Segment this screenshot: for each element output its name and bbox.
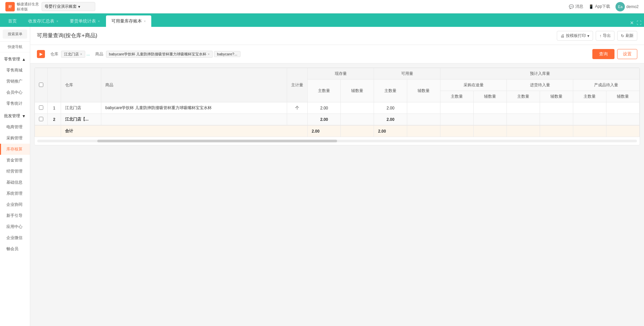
nav-tabs: 首页 收发存汇总表 × 要货单统计表 × 可用量库存账本 × ✕ ⛶ bbox=[0, 13, 644, 27]
sidebar-group-wholesale[interactable]: 批发管理 ▼ bbox=[0, 110, 30, 122]
footer-stock-sub bbox=[341, 125, 374, 137]
th-inc-main: 主数量 bbox=[507, 91, 540, 102]
sidebar-item-retail-stats[interactable]: 零售统计 bbox=[0, 98, 30, 109]
export-button[interactable]: ↑ 导出 bbox=[596, 31, 614, 41]
table-row: 1 江北门店 babycare学饮杯 儿童防摔防撞吸管杯重力球吸嘴杯宝宝水杯 个… bbox=[35, 102, 640, 114]
row-avail-main-cell: 2.00 bbox=[374, 114, 407, 126]
app-download-icon: 📱 bbox=[589, 4, 594, 9]
row-checkbox-cell[interactable] bbox=[35, 102, 48, 114]
sidebar-item-guide[interactable]: 新手引导 bbox=[0, 210, 30, 221]
more-dots[interactable]: ... bbox=[87, 52, 90, 56]
row-avail-sub-cell bbox=[407, 114, 440, 126]
th-warehouse: 仓库 bbox=[61, 68, 101, 102]
query-button[interactable]: 查询 bbox=[592, 49, 614, 59]
window-close-icon[interactable]: ✕ bbox=[630, 20, 634, 26]
sidebar-item-member[interactable]: 畅会员 bbox=[0, 243, 30, 254]
row-pur-sub-cell bbox=[474, 114, 507, 126]
template-print-button[interactable]: 🖨 按模板打印 ▾ bbox=[557, 31, 593, 41]
footer-pur-main bbox=[440, 125, 474, 137]
chevron-down-icon: ▾ bbox=[587, 34, 589, 38]
search-menu-button[interactable]: 搜索菜单 bbox=[3, 30, 27, 39]
sidebar-item-wechat[interactable]: 企业微信 bbox=[0, 232, 30, 243]
warehouse-tag-0[interactable]: 江北门店 × bbox=[61, 51, 85, 58]
row-stock-main-cell: 2.00 bbox=[308, 114, 341, 126]
product-tag-0[interactable]: babycare学饮杯 儿童防摔防撞吸管杯重力球吸嘴杯宝宝水杯 × bbox=[106, 51, 213, 58]
tab-available-stock[interactable]: 可用量库存账本 × bbox=[106, 15, 151, 27]
app-download-action[interactable]: 📱 App下载 bbox=[589, 4, 610, 9]
user-profile[interactable]: Ea demo2 bbox=[615, 2, 639, 11]
table-row: 2 江北门店【... 2.00 2.00 bbox=[35, 114, 640, 126]
sidebar-item-operations[interactable]: 经营管理 bbox=[0, 166, 30, 177]
footer-inc-sub bbox=[540, 125, 573, 137]
sidebar-item-basics[interactable]: 基础信息 bbox=[0, 177, 30, 188]
sidebar-item-finance[interactable]: 资金管理 bbox=[0, 155, 30, 166]
row-pur-sub-cell bbox=[474, 102, 507, 114]
select-all-checkbox[interactable] bbox=[39, 83, 43, 87]
warehouse-tag-close[interactable]: × bbox=[80, 52, 82, 56]
sidebar-item-inventory[interactable]: 库存核算 bbox=[0, 144, 30, 155]
sidebar-item-appcenter[interactable]: 应用中心 bbox=[0, 221, 30, 232]
row-stock-main-cell: 2.00 bbox=[308, 102, 341, 114]
footer-inc-main bbox=[507, 125, 540, 137]
avatar: Ea bbox=[615, 2, 625, 11]
sidebar-item-enterprise[interactable]: 企业协同 bbox=[0, 199, 30, 210]
filter-bar: ▶ 仓库 江北门店 × ... 商品 babycare学饮杯 儿童防摔防撞吸管杯… bbox=[30, 45, 644, 63]
store-selector[interactable]: 母婴行业演示账套 ▾ bbox=[42, 2, 95, 11]
th-inc-sub: 辅数量 bbox=[540, 91, 573, 102]
top-bar-right: 💬 消息 📱 App下载 Ea demo2 bbox=[569, 2, 639, 11]
filter-actions: 查询 设置 bbox=[592, 49, 637, 59]
sidebar: 搜索菜单 快捷导航 零售管理 ▲ 零售商城 营销推广 会员中心 零售统计 批发管… bbox=[0, 27, 30, 326]
sidebar-item-membership[interactable]: 会员中心 bbox=[0, 87, 30, 98]
row-prod-sub-cell bbox=[606, 102, 639, 114]
sidebar-search-area: 搜索菜单 bbox=[0, 27, 30, 42]
content-area: 可用量查询(按仓库+商品) 🖨 按模板打印 ▾ ↑ 导出 ↻ 刷新 ▶ bbox=[30, 27, 644, 326]
sidebar-item-system[interactable]: 系统管理 bbox=[0, 188, 30, 199]
sidebar-group-retail[interactable]: 零售管理 ▲ bbox=[0, 54, 30, 65]
row-stock-sub-cell bbox=[341, 102, 374, 114]
sidebar-item-retail-mall[interactable]: 零售商城 bbox=[0, 65, 30, 76]
row-checkbox-cell[interactable] bbox=[35, 114, 48, 126]
filter-toggle-button[interactable]: ▶ bbox=[37, 50, 45, 58]
tab-stock-summary[interactable]: 收发存汇总表 × bbox=[23, 15, 64, 27]
quick-nav-button[interactable]: 快捷导航 bbox=[0, 42, 30, 52]
message-icon: 💬 bbox=[569, 4, 574, 9]
sidebar-item-ecommerce[interactable]: 电商管理 bbox=[0, 122, 30, 133]
close-icon[interactable]: × bbox=[144, 19, 146, 23]
row-checkbox[interactable] bbox=[39, 105, 43, 110]
tab-home[interactable]: 首页 bbox=[3, 15, 22, 27]
tab-order-stats[interactable]: 要货单统计表 × bbox=[64, 15, 105, 27]
refresh-button[interactable]: ↻ 刷新 bbox=[617, 31, 637, 41]
horizontal-scrollbar[interactable] bbox=[37, 140, 637, 142]
th-prod-main: 主数量 bbox=[573, 91, 606, 102]
sidebar-item-purchase[interactable]: 采购管理 bbox=[0, 133, 30, 144]
scroll-thumb[interactable] bbox=[97, 140, 337, 142]
row-inc-sub-cell bbox=[540, 102, 573, 114]
row-inc-sub-cell bbox=[540, 114, 573, 126]
refresh-icon: ↻ bbox=[621, 34, 624, 38]
th-pur-sub: 辅数量 bbox=[474, 91, 507, 102]
window-maximize-icon[interactable]: ⛶ bbox=[637, 20, 641, 26]
footer-avail-sub bbox=[407, 125, 440, 137]
close-icon[interactable]: × bbox=[56, 19, 58, 23]
th-product: 商品 bbox=[101, 68, 287, 102]
th-pur-main: 主数量 bbox=[440, 91, 474, 102]
row-warehouse-cell: 江北门店 bbox=[61, 102, 101, 114]
product-tag-close-0[interactable]: × bbox=[208, 52, 210, 56]
table-wrap: 仓库 商品 主计量 现存量 可用量 预计入库量 主数量 辅数量 主数量 辅数量 bbox=[35, 68, 640, 137]
sidebar-item-marketing[interactable]: 营销推广 bbox=[0, 76, 30, 87]
th-checkbox bbox=[35, 68, 48, 102]
chevron-up-icon: ▲ bbox=[22, 57, 26, 62]
close-icon[interactable]: × bbox=[98, 19, 100, 23]
message-action[interactable]: 💬 消息 bbox=[569, 4, 583, 9]
row-index-cell: 1 bbox=[48, 102, 61, 114]
th-available: 可用量 bbox=[374, 68, 440, 80]
page-header: 可用量查询(按仓库+商品) 🖨 按模板打印 ▾ ↑ 导出 ↻ 刷新 bbox=[30, 27, 644, 45]
warehouse-tags: 江北门店 × ... bbox=[61, 51, 90, 58]
print-icon: 🖨 bbox=[560, 34, 565, 38]
settings-button[interactable]: 设置 bbox=[617, 49, 637, 59]
chevron-down-icon: ▾ bbox=[78, 4, 80, 9]
logo-area: 好 畅捷通好生意 标准版 bbox=[5, 2, 39, 11]
row-checkbox[interactable] bbox=[39, 117, 43, 121]
product-tag-1[interactable]: babycare?... bbox=[214, 51, 240, 57]
th-index bbox=[48, 68, 61, 102]
